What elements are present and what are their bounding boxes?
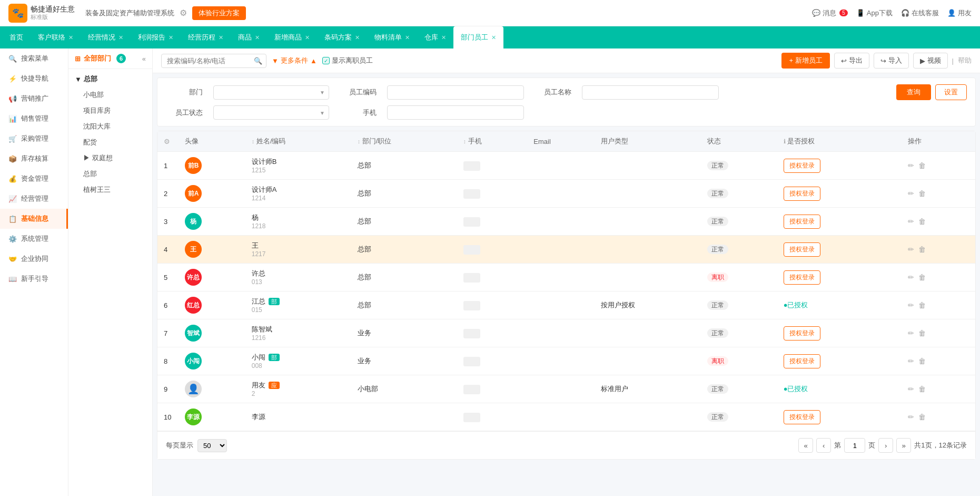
trial-button[interactable]: 体验行业方案 <box>192 6 246 20</box>
sidebar-item-shortcut[interactable]: ⚡ 快捷导航 <box>0 69 68 89</box>
close-barcode-tab[interactable]: ✕ <box>355 34 360 41</box>
setting-button[interactable]: 设置 <box>935 84 967 100</box>
delete-button[interactable]: 🗑 <box>918 161 926 170</box>
auth-login-button[interactable]: 授权登录 <box>784 326 820 341</box>
close-customer-tab[interactable]: ✕ <box>68 34 73 41</box>
close-bom-tab[interactable]: ✕ <box>405 34 410 41</box>
more-filter-button[interactable]: ▼ 更多条件 ▲ <box>272 56 317 65</box>
delete-button[interactable]: 🗑 <box>918 329 926 337</box>
delete-button[interactable]: 🗑 <box>918 189 926 198</box>
sidebar-item-system[interactable]: ⚙️ 系统管理 <box>0 229 68 249</box>
auth-login-button[interactable]: 授权登录 <box>784 215 820 229</box>
sidebar-item-operation[interactable]: 📈 经营管理 <box>0 189 68 209</box>
edit-button[interactable]: ✏ <box>908 273 914 281</box>
online-service-button[interactable]: 🎧 在线客服 <box>901 8 939 18</box>
message-button[interactable]: 💬 消息 5 <box>812 8 848 18</box>
dept-node-shuang[interactable]: ▶ 双庭想 <box>68 150 152 166</box>
dept-node-general[interactable]: ▼ 总部 <box>68 71 152 87</box>
tab-barcode[interactable]: 条码方案✕ <box>317 26 367 48</box>
import-button[interactable]: ↪ 导入 <box>874 53 909 69</box>
sidebar-item-search[interactable]: 🔍 搜索菜单 <box>0 48 68 69</box>
dept-node-plant[interactable]: 植树王三 <box>68 182 152 198</box>
dept-node-shenyang[interactable]: 沈阳大库 <box>68 119 152 134</box>
delete-button[interactable]: 🗑 <box>918 273 926 281</box>
edit-button[interactable]: ✏ <box>908 413 914 421</box>
help-button[interactable]: 帮助 <box>958 56 972 65</box>
delete-button[interactable]: 🗑 <box>918 357 926 365</box>
sidebar-item-guide[interactable]: 📖 新手引导 <box>0 269 68 289</box>
app-download-button[interactable]: 📱 App下载 <box>856 8 893 18</box>
auth-login-button[interactable]: 授权登录 <box>784 242 820 257</box>
sidebar-item-marketing[interactable]: 📢 营销推广 <box>0 89 68 109</box>
close-profit-tab[interactable]: ✕ <box>169 34 173 41</box>
delete-button[interactable]: 🗑 <box>918 245 926 254</box>
tab-new-goods[interactable]: 新增商品✕ <box>267 26 317 48</box>
col-gear-icon[interactable]: ⚙ <box>164 138 170 145</box>
show-resigned-checkbox[interactable]: ✓ 显示离职员工 <box>322 56 373 65</box>
sidebar-item-basic[interactable]: 📋 基础信息 <box>0 209 68 229</box>
tab-home[interactable]: 首页 <box>2 26 31 48</box>
edit-button[interactable]: ✏ <box>908 301 914 309</box>
phone-input[interactable] <box>387 105 524 120</box>
delete-button[interactable]: 🗑 <box>918 413 926 421</box>
per-page-select[interactable]: 50 100 <box>197 439 227 452</box>
search-input[interactable] <box>161 54 266 68</box>
table-row: 8 小闯 小闯 部008 业务 离职 授权登录 ✏ 🗑 <box>157 347 975 375</box>
sidebar-item-sales[interactable]: 📊 销售管理 <box>0 109 68 129</box>
next-page-button[interactable]: › <box>878 438 893 453</box>
sidebar-item-collab[interactable]: 🤝 企业协同 <box>0 249 68 269</box>
tab-warehouse[interactable]: 仓库✕ <box>417 26 453 48</box>
tab-bom[interactable]: 物料清单✕ <box>367 26 417 48</box>
edit-button[interactable]: ✏ <box>908 385 914 393</box>
dept-tag: 部 <box>269 354 280 361</box>
user-avatar[interactable]: 👤 用友 <box>947 8 972 18</box>
auth-login-button[interactable]: 授权登录 <box>784 410 820 424</box>
edit-button[interactable]: ✏ <box>908 357 914 365</box>
tab-history[interactable]: 经营历程✕ <box>181 26 231 48</box>
tab-profit[interactable]: 利润报告✕ <box>131 26 181 48</box>
auth-login-button[interactable]: 授权登录 <box>784 354 820 368</box>
auth-login-button[interactable]: 授权登录 <box>784 187 820 201</box>
first-page-button[interactable]: « <box>798 438 813 453</box>
sidebar-item-purchase[interactable]: 🛒 采购管理 <box>0 129 68 149</box>
collapse-dept-icon[interactable]: « <box>142 55 146 63</box>
close-history-tab[interactable]: ✕ <box>219 34 223 41</box>
emp-name-input[interactable] <box>582 85 719 100</box>
export-button[interactable]: ↩ 导出 <box>834 53 869 69</box>
close-operation-tab[interactable]: ✕ <box>118 34 123 41</box>
prev-page-button[interactable]: ‹ <box>816 438 831 453</box>
auth-login-button[interactable]: 授权登录 <box>784 270 820 285</box>
sidebar-item-finance[interactable]: 💰 资金管理 <box>0 169 68 189</box>
tab-operation[interactable]: 经营情况✕ <box>81 26 131 48</box>
delete-button[interactable]: 🗑 <box>918 217 926 226</box>
gear-icon[interactable]: ⚙ <box>180 8 187 18</box>
dept-node-delivery[interactable]: 配货 <box>68 134 152 150</box>
edit-button[interactable]: ✏ <box>908 329 914 337</box>
dept-select[interactable] <box>213 85 329 100</box>
tab-goods[interactable]: 商品✕ <box>231 26 267 48</box>
dept-node-xiao-dian[interactable]: 小电部 <box>68 87 152 103</box>
close-newgoods-tab[interactable]: ✕ <box>305 34 310 41</box>
view-button[interactable]: ▶ 视频 <box>913 53 948 69</box>
last-page-button[interactable]: » <box>896 438 911 453</box>
dept-node-head[interactable]: 总部 <box>68 166 152 182</box>
dept-node-project-room[interactable]: 项目库房 <box>68 103 152 119</box>
tab-customer[interactable]: 客户联络✕ <box>31 26 81 48</box>
close-goods-tab[interactable]: ✕ <box>255 34 260 41</box>
tab-employee[interactable]: 部门员工✕ <box>453 26 503 48</box>
edit-button[interactable]: ✏ <box>908 189 914 198</box>
auth-login-button[interactable]: 授权登录 <box>784 159 820 173</box>
status-select[interactable] <box>213 105 329 120</box>
delete-button[interactable]: 🗑 <box>918 301 926 309</box>
emp-code-input[interactable] <box>387 85 524 100</box>
search-button[interactable]: 查询 <box>896 84 931 100</box>
edit-button[interactable]: ✏ <box>908 161 914 170</box>
edit-button[interactable]: ✏ <box>908 245 914 254</box>
add-employee-button[interactable]: + 新增员工 <box>781 53 829 69</box>
close-warehouse-tab[interactable]: ✕ <box>441 34 446 41</box>
page-number-input[interactable] <box>844 438 865 453</box>
sidebar-item-inventory[interactable]: 📦 库存核算 <box>0 149 68 169</box>
close-employee-tab[interactable]: ✕ <box>491 34 496 41</box>
edit-button[interactable]: ✏ <box>908 217 914 226</box>
delete-button[interactable]: 🗑 <box>918 385 926 393</box>
